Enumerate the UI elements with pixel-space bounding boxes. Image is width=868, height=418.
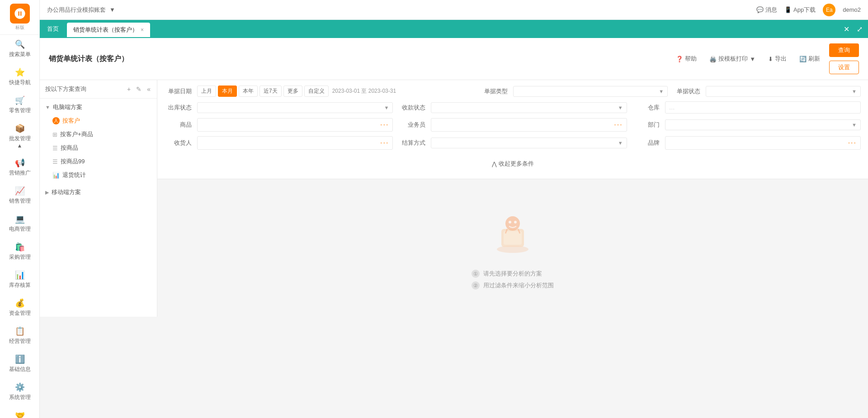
order-status-select[interactable]: ▼ — [706, 86, 861, 97]
settlement-select[interactable]: ▼ — [431, 138, 627, 148]
recipient-label: 收货人 — [165, 139, 192, 147]
scheme-tools: + ✎ « — [126, 85, 151, 94]
top-title: 办公用品行业模拟账套 — [47, 6, 106, 14]
goods-select[interactable]: ··· — [197, 118, 393, 132]
receipt-status-arrow: ▼ — [618, 105, 623, 110]
logo-area: 标版 — [0, 0, 39, 35]
system-icon: ⚙️ — [15, 382, 25, 392]
dept-select[interactable]: ▼ — [665, 119, 861, 130]
page-actions: ❓ 帮助 🖨️ 按模板打印 ▼ ⬇ 导出 🔄 刷新 查询 — [672, 43, 859, 74]
svg-rect-2 — [504, 231, 522, 245]
sidebar-item-quick-nav[interactable]: ⭐ 快捷导航 — [0, 63, 39, 91]
print-button[interactable]: 🖨️ 按模板打印 ▼ — [706, 53, 759, 65]
sidebar-item-sales[interactable]: 📈 销售管理 — [0, 181, 39, 209]
sidebar-item-cooperation[interactable]: 🤝 企业协同 — [0, 406, 39, 418]
inventory-icon: 📊 — [15, 270, 25, 280]
sidebar-item-wholesale[interactable]: 📦 批发管理 ▲ — [0, 119, 39, 153]
collapse-row: ⋀ 收起更多条件 — [165, 154, 861, 173]
collapse-button[interactable]: ⋀ 收起更多条件 — [165, 157, 861, 171]
finance-icon: 💰 — [15, 298, 25, 308]
goods-dots[interactable]: ··· — [380, 121, 389, 129]
add-scheme-button[interactable]: + — [126, 85, 132, 94]
avatar-text: Ea — [826, 7, 833, 13]
refresh-button[interactable]: 🔄 刷新 — [796, 53, 824, 65]
scheme-item-by-goods99[interactable]: ☰ 按商品99 — [40, 155, 157, 168]
user-name[interactable]: demo2 — [843, 6, 861, 13]
salesperson-select[interactable]: ··· — [431, 118, 627, 132]
salesperson-dots[interactable]: ··· — [614, 121, 623, 129]
sidebar-item-search[interactable]: 🔍 搜索菜单 — [0, 35, 39, 63]
brand-dots[interactable]: ··· — [848, 139, 857, 147]
scheme-item-by-goods[interactable]: ☰ 按商品 — [40, 141, 157, 155]
sidebar-item-operation[interactable]: 📋 经营管理 — [0, 322, 39, 350]
warehouse-label: 仓库 — [632, 104, 660, 112]
app-download-button[interactable]: 📱 App下载 — [784, 6, 816, 14]
by-customer-icon: 人 — [52, 117, 60, 124]
topbar-dropdown-icon[interactable]: ▼ — [109, 6, 115, 13]
customer-goods-icon: ⊞ — [52, 131, 57, 138]
order-type-arrow: ▼ — [659, 89, 664, 94]
settings-button[interactable]: 设置 — [829, 61, 859, 74]
this-month-btn[interactable]: 本月 — [218, 86, 237, 97]
last-month-btn[interactable]: 上月 — [197, 86, 216, 97]
settlement-arrow: ▼ — [618, 140, 623, 146]
out-status-select[interactable]: ▼ — [197, 102, 393, 113]
tab-home[interactable]: 首页 — [40, 20, 66, 38]
scheme-item-by-customer-goods[interactable]: ⊞ 按客户+商品 — [40, 128, 157, 141]
phone-icon: 📱 — [784, 6, 792, 13]
recipient-dots[interactable]: ··· — [380, 139, 389, 147]
mobile-group-title: 移动端方案 — [52, 188, 81, 196]
sidebar-item-ecommerce[interactable]: 💻 电商管理 — [0, 209, 39, 238]
mobile-group-header[interactable]: ▶ 移动端方案 — [40, 185, 157, 199]
more-btn[interactable]: 更多 — [283, 86, 302, 97]
this-year-btn[interactable]: 本年 — [239, 86, 258, 97]
print-icon: 🖨️ — [709, 56, 717, 62]
sidebar-item-purchase[interactable]: 🛍️ 采购管理 — [0, 238, 39, 266]
return-stats-icon: 📊 — [52, 172, 60, 179]
brand-label: 品牌 — [632, 139, 660, 147]
filter-row-1: 单据日期 上月 本月 本年 近7天 更多 自定义 2023-03-01 至 20… — [165, 86, 861, 97]
brand-select[interactable]: ··· — [665, 136, 861, 150]
page-header: 销货单统计表（按客户） ❓ 帮助 🖨️ 按模板打印 ▼ ⬇ 导出 🔄 刷新 — [40, 38, 868, 80]
scheme-item-return-stats[interactable]: 📊 退货统计 — [40, 168, 157, 182]
sidebar-item-basic[interactable]: ℹ️ 基础信息 — [0, 350, 39, 378]
user-avatar[interactable]: Ea — [823, 4, 835, 16]
out-status-arrow: ▼ — [384, 105, 389, 110]
desktop-group-header[interactable]: ▼ 电脑端方案 — [40, 100, 157, 114]
tab-active[interactable]: 销货单统计表（按客户） × — [67, 23, 150, 37]
topbar-left: 办公用品行业模拟账套 ▼ — [47, 6, 115, 14]
scheme-panel: 按以下方案查询 + ✎ « ▼ 电脑端方案 人 按客户 — [40, 80, 157, 317]
sidebar-item-inventory[interactable]: 📊 库存核算 — [0, 266, 39, 294]
receipt-status-select[interactable]: ▼ — [431, 102, 627, 113]
query-button[interactable]: 查询 — [829, 43, 859, 57]
export-icon: ⬇ — [768, 56, 773, 62]
basic-icon: ℹ️ — [15, 354, 25, 364]
scheme-item-by-customer[interactable]: 人 按客户 — [40, 114, 157, 128]
tab-close-button[interactable]: ✕ — [842, 23, 851, 35]
retail-icon: 🛒 — [15, 95, 25, 105]
main-wrap: 办公用品行业模拟账套 ▼ 💬 消息 📱 App下载 Ea demo2 首页 销货… — [40, 0, 868, 418]
recipient-select[interactable]: ··· — [197, 136, 393, 150]
message-button[interactable]: 💬 消息 — [756, 6, 777, 14]
tab-close-icon[interactable]: × — [141, 27, 144, 33]
edit-scheme-button[interactable]: ✎ — [135, 85, 142, 94]
order-status-label: 单据状态 — [673, 87, 700, 95]
warehouse-select[interactable]: … — [665, 101, 861, 114]
empty-tip-2: ② 用过滤条件来缩小分析范围 — [472, 281, 554, 290]
help-button[interactable]: ❓ 帮助 — [672, 53, 700, 65]
date-label: 单据日期 — [165, 87, 192, 95]
sidebar-item-system[interactable]: ⚙️ 系统管理 — [0, 378, 39, 406]
custom-btn[interactable]: 自定义 — [304, 86, 329, 97]
sidebar-item-marketing[interactable]: 📢 营销推广 — [0, 153, 39, 181]
export-button[interactable]: ⬇ 导出 — [764, 53, 790, 65]
refresh-icon: 🔄 — [799, 56, 807, 62]
filter-row-4: 收货人 ··· 结算方式 ▼ 品牌 ··· — [165, 136, 861, 150]
last7-btn[interactable]: 近7天 — [259, 86, 282, 97]
search-icon: 🔍 — [15, 39, 25, 49]
sidebar-item-finance[interactable]: 💰 资金管理 — [0, 294, 39, 322]
sidebar-item-retail[interactable]: 🛒 零售管理 — [0, 91, 39, 119]
order-type-label: 单据类型 — [481, 87, 508, 95]
tab-maximize-button[interactable]: ⤢ — [855, 23, 864, 35]
order-type-select[interactable]: ▼ — [513, 86, 668, 97]
collapse-scheme-button[interactable]: « — [146, 85, 151, 94]
